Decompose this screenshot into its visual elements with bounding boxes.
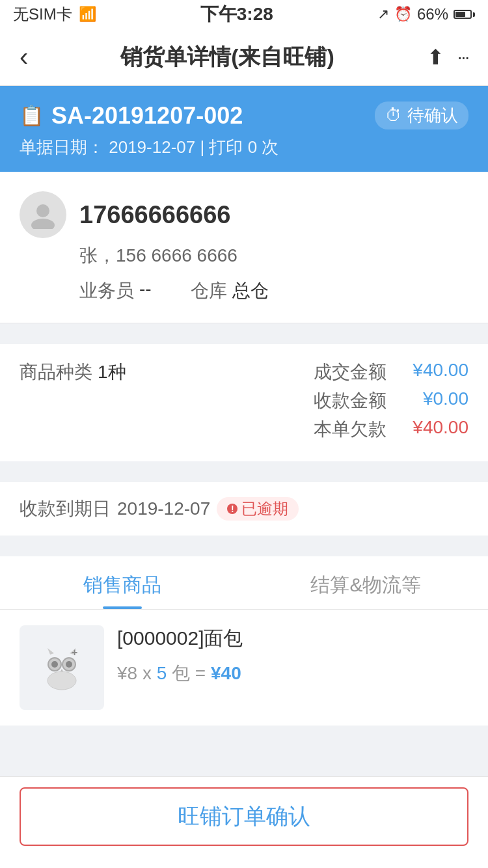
product-info: [0000002]面包 ¥8 x 5 包 = ¥40 <box>117 625 243 686</box>
overdue-badge: ! 已逾期 <box>217 497 299 521</box>
battery-icon <box>454 10 475 19</box>
svg-point-0 <box>36 204 49 217</box>
avatar <box>20 191 66 238</box>
order-date-row: 单据日期： 2019-12-07 | 打印 0 次 <box>20 136 468 159</box>
carrier-text: 无SIM卡 <box>13 4 72 25</box>
alarm-icon: ⏰ <box>394 6 412 23</box>
date-label: 单据日期： <box>20 137 104 157</box>
tab-sales-label: 销售商品 <box>83 574 161 595</box>
user-avatar-icon <box>29 200 57 229</box>
svg-point-1 <box>31 219 55 229</box>
salesman-field: 业务员 -- <box>79 278 152 303</box>
product-item: + [0000002]面包 ¥8 x 5 包 = ¥40 <box>0 610 488 726</box>
order-id: 📋 SA-20191207-002 <box>20 102 243 129</box>
tabs-section: 销售商品 结算&物流等 + <box>0 556 488 726</box>
tab-settlement-label: 结算&物流等 <box>310 574 421 595</box>
confirm-order-button[interactable]: 旺铺订单确认 <box>20 787 468 846</box>
status-left: 无SIM卡 📶 <box>13 4 96 25</box>
debt-amount-item: 本单欠款 ¥40.00 <box>314 417 468 442</box>
summary-right: 成交金额 ¥40.00 收款金额 ¥0.00 本单欠款 ¥40.00 <box>314 360 468 446</box>
warehouse-value: 总仓 <box>232 278 269 303</box>
tab-settlement[interactable]: 结算&物流等 <box>244 556 488 609</box>
svg-point-9 <box>47 671 76 690</box>
price-value: ¥8 <box>117 663 137 683</box>
order-header: 📋 SA-20191207-002 ⏱ 待确认 单据日期： 2019-12-07… <box>0 86 488 172</box>
warehouse-label: 仓库 <box>191 278 227 303</box>
customer-row: 17666666666 <box>20 191 468 238</box>
share-icon[interactable]: ⬆ <box>427 45 444 70</box>
nav-right: ⬆ ··· <box>427 45 468 70</box>
customer-section: 17666666666 张，156 6666 6666 业务员 -- 仓库 总仓 <box>0 172 488 323</box>
customer-meta: 业务员 -- 仓库 总仓 <box>79 278 468 303</box>
summary-left: 商品种类 1种 <box>20 360 126 387</box>
tab-sales-products[interactable]: 销售商品 <box>0 556 244 609</box>
wifi-icon: 📶 <box>79 6 96 23</box>
customer-name: 张，156 6666 6666 <box>79 243 468 268</box>
received-amount-item: 收款金额 ¥0.00 <box>314 388 468 413</box>
order-id-row: 📋 SA-20191207-002 ⏱ 待确认 <box>20 102 468 129</box>
warehouse-field: 仓库 总仓 <box>191 278 269 303</box>
debt-label: 本单欠款 <box>314 417 386 442</box>
bottom-area: 旺铺订单确认 <box>0 776 488 868</box>
product-unit: 包 <box>172 663 190 683</box>
debt-value: ¥40.00 <box>413 417 468 442</box>
status-bar: 无SIM卡 📶 下午3:28 ↗ ⏰ 66% <box>0 0 488 29</box>
overdue-dot-icon: ! <box>227 504 237 514</box>
received-label: 收款金额 <box>314 388 386 413</box>
multiply-sign: x <box>142 663 157 683</box>
tabs-bar: 销售商品 结算&物流等 <box>0 556 488 610</box>
due-date-section: 收款到期日 2019-12-07 ! 已逾期 <box>0 482 488 536</box>
product-price: ¥8 x 5 包 = ¥40 <box>117 661 243 686</box>
salesman-value: -- <box>139 278 152 303</box>
product-type-value: 1种 <box>98 360 126 385</box>
battery-percent: 66% <box>417 5 448 23</box>
time-display: 下午3:28 <box>200 2 273 27</box>
customer-phone: 17666666666 <box>79 201 230 229</box>
page-title: 销货单详情(来自旺铺) <box>120 42 334 72</box>
product-thumbnail: + <box>20 625 104 710</box>
product-name: [0000002]面包 <box>117 625 243 652</box>
status-text: 待确认 <box>407 104 458 127</box>
due-date-value: 2019-12-07 <box>117 498 210 519</box>
svg-point-5 <box>66 661 72 668</box>
order-id-text: SA-20191207-002 <box>51 102 243 129</box>
summary-section: 商品种类 1种 成交金额 ¥40.00 收款金额 ¥0.00 本单欠款 ¥40.… <box>0 344 488 461</box>
deal-amount-label: 成交金额 <box>314 360 386 385</box>
print-info: | 打印 0 次 <box>200 137 278 157</box>
deal-amount-value: ¥40.00 <box>413 360 468 385</box>
due-date-label: 收款到期日 <box>20 496 111 521</box>
location-icon: ↗ <box>377 6 389 23</box>
more-icon[interactable]: ··· <box>457 47 468 68</box>
back-button[interactable]: ‹ <box>20 42 28 72</box>
svg-marker-7 <box>47 648 54 655</box>
salesman-label: 业务员 <box>79 278 134 303</box>
order-icon: 📋 <box>20 104 44 127</box>
order-status-badge: ⏱ 待确认 <box>375 102 468 129</box>
svg-text:+: + <box>72 647 77 658</box>
order-date: 2019-12-07 <box>109 137 195 157</box>
nav-left: ‹ <box>20 42 28 72</box>
deal-amount-item: 成交金额 ¥40.00 <box>314 360 468 385</box>
status-right: ↗ ⏰ 66% <box>377 5 475 23</box>
equals-sign: = <box>195 663 211 683</box>
overdue-text: 已逾期 <box>241 498 288 519</box>
product-type-label: 商品种类 <box>20 360 92 385</box>
product-type-item: 商品种类 1种 <box>20 360 126 385</box>
received-value: ¥0.00 <box>423 388 468 413</box>
nav-bar: ‹ 销货单详情(来自旺铺) ⬆ ··· <box>0 29 488 86</box>
product-qty: 5 <box>157 663 167 683</box>
product-total: ¥40 <box>211 663 241 683</box>
clock-icon: ⏱ <box>385 105 402 126</box>
svg-point-4 <box>51 661 58 668</box>
